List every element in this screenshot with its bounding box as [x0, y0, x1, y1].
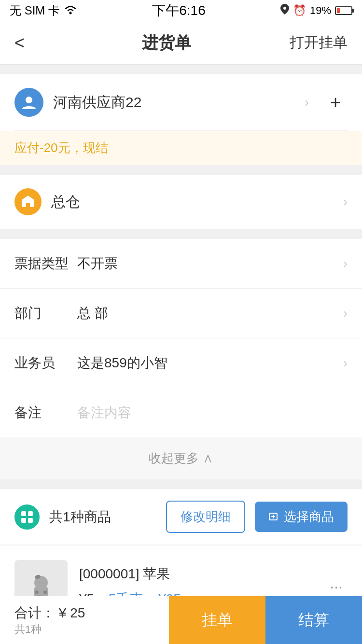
status-bar: 无 SIM 卡 下午6:16 ⏰ 19%	[0, 0, 362, 21]
department-row[interactable]: 部门 总 部 ›	[0, 289, 362, 338]
carrier-text: 无 SIM 卡	[10, 3, 60, 18]
svg-rect-2	[21, 511, 26, 516]
status-time: 下午6:16	[152, 1, 206, 20]
svg-rect-5	[28, 518, 33, 523]
department-label: 部门	[14, 304, 77, 322]
product-count: 共1种商品	[49, 508, 156, 526]
total-count: 共1种	[14, 622, 154, 637]
alarm-icon: ⏰	[293, 4, 306, 17]
invoice-chevron: ›	[343, 256, 348, 271]
salesman-value: 这是859的小智	[77, 354, 343, 372]
warehouse-chevron: ›	[343, 194, 348, 210]
total-amount: ¥ 25	[59, 605, 85, 620]
department-chevron: ›	[343, 306, 348, 321]
back-button[interactable]: <	[14, 33, 43, 53]
svg-rect-3	[28, 511, 33, 516]
status-right: ⏰ 19%	[280, 4, 352, 17]
salesman-label: 业务员	[14, 354, 77, 372]
status-carrier: 无 SIM 卡	[10, 3, 77, 18]
total-prefix: 合计：	[14, 605, 55, 620]
department-value: 总 部	[77, 304, 343, 322]
invoice-row[interactable]: 票据类型 不开票 ›	[0, 239, 362, 289]
select-product-button[interactable]: 选择商品	[255, 502, 348, 532]
supplier-avatar	[14, 88, 43, 117]
warehouse-icon	[14, 188, 42, 215]
page-title: 进货单	[142, 32, 191, 54]
remark-row[interactable]: 备注 备注内容	[0, 388, 362, 437]
products-header: 共1种商品 修改明细 选择商品	[0, 489, 362, 545]
supplier-card: 河南供应商22 › + 应付-20元，现结	[0, 74, 362, 165]
remark-input[interactable]: 备注内容	[77, 404, 348, 422]
edit-detail-button[interactable]: 修改明细	[166, 501, 245, 533]
battery-icon	[335, 6, 352, 15]
separator-2	[0, 229, 362, 239]
product-code: [0000001] 苹果	[79, 566, 170, 581]
wifi-icon	[64, 4, 77, 17]
svg-rect-4	[21, 518, 26, 523]
total-area: 合计： ¥ 25 共1种	[0, 596, 169, 644]
warehouse-name: 总仓	[51, 192, 343, 212]
bottom-bar: 合计： ¥ 25 共1种 挂单 结算	[0, 596, 362, 644]
salesman-chevron: ›	[343, 355, 348, 371]
supplier-name: 河南供应商22	[53, 93, 305, 112]
invoice-label: 票据类型	[14, 254, 77, 273]
collapse-toggle[interactable]: 收起更多 ∧	[0, 437, 362, 479]
alert-text: 应付-20元，现结	[14, 140, 108, 155]
battery-percent: 19%	[310, 4, 331, 17]
select-product-label: 选择商品	[284, 508, 334, 525]
nav-bar: < 进货单 打开挂单	[0, 21, 362, 65]
product-name: [0000001] 苹果	[79, 565, 313, 583]
form-section: 票据类型 不开票 › 部门 总 部 › 业务员 这是859的小智 › 备注 备注…	[0, 239, 362, 437]
total-label: 合计： ¥ 25	[14, 604, 154, 622]
top-separator	[0, 65, 362, 74]
supplier-row[interactable]: 河南供应商22 › +	[0, 74, 362, 130]
add-supplier-button[interactable]: +	[323, 92, 348, 113]
svg-point-0	[70, 12, 72, 14]
invoice-value: 不开票	[77, 254, 343, 273]
svg-point-9	[35, 590, 39, 594]
open-pending-button[interactable]: 打开挂单	[290, 33, 348, 53]
products-icon	[14, 504, 40, 530]
alert-banner: 应付-20元，现结	[0, 131, 362, 165]
location-icon	[280, 4, 289, 17]
svg-point-10	[43, 590, 47, 594]
checkout-button[interactable]: 结算	[265, 596, 362, 644]
svg-point-1	[26, 97, 32, 103]
warehouse-row[interactable]: 总仓 ›	[0, 175, 362, 229]
supplier-chevron: ›	[305, 95, 309, 110]
suspend-button[interactable]: 挂单	[169, 596, 265, 644]
remark-label: 备注	[14, 404, 77, 422]
salesman-row[interactable]: 业务员 这是859的小智 ›	[0, 338, 362, 388]
collapse-label: 收起更多 ∧	[149, 451, 213, 465]
separator-1	[0, 165, 362, 175]
